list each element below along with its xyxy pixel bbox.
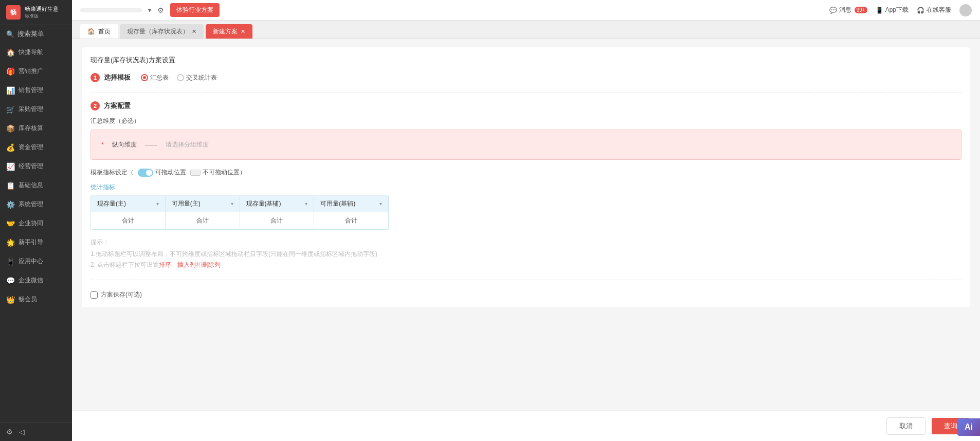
finance-icon: 💰 <box>6 143 14 152</box>
required-mark: * <box>101 141 104 149</box>
online-service-item[interactable]: 🎧 在线客服 <box>917 6 951 14</box>
save-checkbox[interactable] <box>90 291 98 299</box>
col-header-1[interactable]: 现存量(主) ▾ <box>91 195 166 212</box>
stats-label: 统计指标 <box>90 183 961 192</box>
app-center-icon: 📱 <box>6 258 14 266</box>
draggable-label: 可拖动位置 <box>155 168 186 177</box>
main-area: ▾ ⚙ 体验行业方案 💬 消息 99+ 📱 App下载 🎧 在线客服 🏠 <box>72 0 980 441</box>
radio-cross-dot <box>177 74 184 81</box>
sidebar-item-enterprise-wechat[interactable]: 💬 企业微信 <box>0 271 72 290</box>
cancel-button[interactable]: 取消 <box>886 417 925 435</box>
tab-new-plan[interactable]: 新建方案 ✕ <box>206 24 252 39</box>
sidebar-item-inventory[interactable]: 📦 库存核算 <box>0 119 72 138</box>
dimension-label: 汇总维度（必选） <box>90 117 961 125</box>
tips-section: 提示： 1.拖动标题栏可以调整布局，不可跨维度或指标区域拖动栏目字段(只能在同一… <box>90 238 961 269</box>
user-avatar[interactable] <box>959 4 972 16</box>
template-radio-group: 汇总表 交叉统计表 <box>141 74 217 82</box>
step1-header: 1 选择模板 汇总表 交叉统计表 <box>90 73 961 82</box>
col1-dropdown-icon[interactable]: ▾ <box>156 201 159 207</box>
message-badge: 99+ <box>855 7 867 13</box>
message-icon: 💬 <box>829 7 837 14</box>
search-menu[interactable]: 🔍 搜索菜单 <box>0 25 72 43</box>
basic-info-icon: 📋 <box>6 181 14 190</box>
trial-button[interactable]: 体验行业方案 <box>170 3 220 17</box>
toggle-box[interactable] <box>138 169 153 177</box>
sidebar-item-ops[interactable]: 📈 经营管理 <box>0 157 72 176</box>
indicator-settings-label: 模板指标设定（ <box>90 168 134 177</box>
ops-icon: 📈 <box>6 162 14 171</box>
header-right: 💬 消息 99+ 📱 App下载 🎧 在线客服 <box>829 4 972 16</box>
sidebar-item-beginner[interactable]: 🌟 新手引导 <box>0 233 72 252</box>
save-section: 方案保存(可选) <box>90 290 961 299</box>
collapse-button[interactable]: ◁ <box>19 428 25 436</box>
enterprise-icon: 🤝 <box>6 219 14 228</box>
sidebar-item-quick-nav[interactable]: 🏠 快捷导航 <box>0 43 72 62</box>
col-header-3[interactable]: 现存量(基辅) ▾ <box>240 195 315 212</box>
tip-2: 2. 点击标题栏下拉可设置排序、插入列和删除列 <box>90 261 961 269</box>
settings-button[interactable]: ⚙ <box>6 428 13 436</box>
tab-inventory-close-icon[interactable]: ✕ <box>192 28 196 35</box>
app-download-icon: 📱 <box>876 7 883 14</box>
draggable-toggle[interactable]: 可拖动位置 <box>138 168 186 177</box>
sidebar-item-app-center[interactable]: 📱 应用中心 <box>0 252 72 271</box>
col4-dropdown-icon[interactable]: ▾ <box>379 201 382 207</box>
divider-1 <box>90 93 961 93</box>
sys-mgmt-icon: ⚙️ <box>6 200 14 209</box>
sidebar-item-sys-mgmt[interactable]: ⚙️ 系统管理 <box>0 195 72 214</box>
message-item[interactable]: 💬 消息 99+ <box>829 6 867 14</box>
sidebar-item-purchase[interactable]: 🛒 采购管理 <box>0 100 72 119</box>
headset-icon: 🎧 <box>917 7 924 14</box>
sidebar-logo: 畅 畅康通好生意 标准版 <box>0 0 72 25</box>
step2-label: 方案配置 <box>104 101 131 111</box>
step1-section: 1 选择模板 汇总表 交叉统计表 <box>90 73 961 82</box>
step2-section: 2 方案配置 汇总维度（必选） * 纵向维度 —— 请选择分组维度 模板指标设定… <box>90 101 961 269</box>
dimension-dash: —— <box>145 141 157 149</box>
step1-badge: 1 <box>90 73 100 82</box>
header-search[interactable] <box>80 8 142 12</box>
purchase-icon: 🛒 <box>6 105 14 114</box>
stats-table: 现存量(主) ▾ 可用量(主) ▾ 现存量(基辅) ▾ 可用量(基辅) <box>90 195 389 230</box>
col-body-1: 合计 <box>91 212 166 229</box>
header-dropdown[interactable]: ▾ <box>148 7 151 14</box>
ai-button[interactable]: Ai <box>957 418 980 436</box>
divider-2 <box>90 280 961 280</box>
tip-highlight-insert: 插入列 <box>177 261 196 268</box>
sidebar-nav: 🏠 快捷导航 🎁 营销推广 📊 销售管理 🛒 采购管理 📦 库存核算 💰 资金管… <box>0 43 72 422</box>
app-download-item[interactable]: 📱 App下载 <box>876 6 909 14</box>
step1-label: 选择模板 <box>104 73 131 82</box>
dimension-placeholder[interactable]: 请选择分组维度 <box>166 140 209 149</box>
sales-icon: 📊 <box>6 86 14 95</box>
non-draggable-label: 不可拖动位置） <box>203 168 246 177</box>
tab-new-plan-close-icon[interactable]: ✕ <box>241 28 245 35</box>
sidebar-item-basic-info[interactable]: 📋 基础信息 <box>0 176 72 195</box>
col2-dropdown-icon[interactable]: ▾ <box>231 201 233 207</box>
header: ▾ ⚙ 体验行业方案 💬 消息 99+ 📱 App下载 🎧 在线客服 <box>72 0 980 21</box>
tip-highlight-sort: 排序 <box>159 261 171 268</box>
page-title: 现存量(库存状况表)方案设置 <box>90 56 961 65</box>
action-bar: 取消 查询 <box>72 411 980 441</box>
col-body-3: 合计 <box>240 212 315 229</box>
sidebar-item-sales[interactable]: 📊 销售管理 <box>0 81 72 100</box>
col3-dropdown-icon[interactable]: ▾ <box>305 201 307 207</box>
tab-home[interactable]: 🏠 首页 <box>80 24 118 39</box>
sidebar-item-membership[interactable]: 👑 畅会员 <box>0 290 72 309</box>
stats-table-header: 现存量(主) ▾ 可用量(主) ▾ 现存量(基辅) ▾ 可用量(基辅) <box>91 195 388 212</box>
col-header-4[interactable]: 可用量(基辅) ▾ <box>314 195 388 212</box>
non-draggable-indicator: 不可拖动位置） <box>190 168 246 177</box>
enterprise-wechat-icon: 💬 <box>6 277 14 285</box>
sidebar-footer: ⚙ ◁ <box>0 422 72 441</box>
indicator-settings: 模板指标设定（ 可拖动位置 不可拖动位置） <box>90 168 961 177</box>
content-area: 现存量(库存状况表)方案设置 1 选择模板 汇总表 交叉统计表 <box>72 39 980 411</box>
tips-title: 提示： <box>90 238 961 247</box>
header-settings-icon[interactable]: ⚙ <box>157 6 164 14</box>
step2-badge: 2 <box>90 101 100 111</box>
sidebar-item-marketing[interactable]: 🎁 营销推广 <box>0 62 72 81</box>
sidebar-item-enterprise[interactable]: 🤝 企业协同 <box>0 214 72 233</box>
radio-cross[interactable]: 交叉统计表 <box>177 74 217 82</box>
vertical-dimension-label: 纵向维度 <box>112 140 137 149</box>
main-panel: 现存量(库存状况表)方案设置 1 选择模板 汇总表 交叉统计表 <box>82 47 970 307</box>
col-header-2[interactable]: 可用量(主) ▾ <box>166 195 240 212</box>
sidebar-item-finance[interactable]: 💰 资金管理 <box>0 138 72 157</box>
tab-inventory-status[interactable]: 现存量（库存状况表） ✕ <box>120 24 204 39</box>
radio-summary[interactable]: 汇总表 <box>141 74 169 82</box>
